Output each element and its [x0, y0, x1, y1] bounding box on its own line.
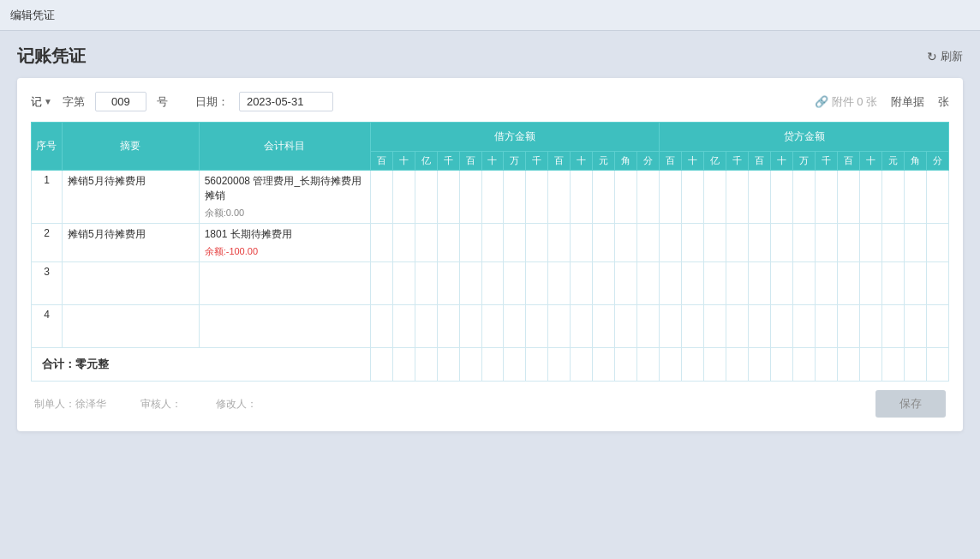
- credit-cell[interactable]: [704, 224, 726, 262]
- debit-cell[interactable]: [526, 305, 548, 348]
- debit-cell[interactable]: [593, 224, 615, 262]
- debit-cell[interactable]: [526, 262, 548, 305]
- debit-cell[interactable]: [504, 171, 526, 224]
- credit-cell[interactable]: [838, 171, 860, 224]
- row-abstract[interactable]: [62, 305, 199, 348]
- debit-cell[interactable]: [593, 305, 615, 348]
- debit-cell[interactable]: [481, 171, 504, 224]
- credit-cell[interactable]: [749, 262, 771, 305]
- credit-cell[interactable]: [771, 224, 793, 262]
- debit-cell[interactable]: [481, 224, 504, 262]
- debit-cell[interactable]: [392, 224, 415, 262]
- row-abstract[interactable]: 摊销5月待摊费用: [62, 171, 199, 224]
- credit-cell[interactable]: [859, 305, 881, 348]
- credit-cell[interactable]: [749, 224, 771, 262]
- debit-cell[interactable]: [459, 224, 481, 262]
- row-abstract[interactable]: 摊销5月待摊费用: [62, 224, 199, 262]
- debit-cell[interactable]: [459, 171, 481, 224]
- debit-cell[interactable]: [437, 171, 459, 224]
- debit-cell[interactable]: [370, 171, 392, 224]
- credit-cell[interactable]: [749, 305, 771, 348]
- ji-selector[interactable]: 记 ▼: [31, 94, 52, 110]
- credit-cell[interactable]: [816, 262, 838, 305]
- credit-cell[interactable]: [793, 262, 816, 305]
- row-abstract[interactable]: [62, 262, 199, 305]
- credit-cell[interactable]: [726, 171, 749, 224]
- credit-cell[interactable]: [904, 171, 926, 224]
- credit-cell[interactable]: [926, 305, 948, 348]
- debit-cell[interactable]: [615, 171, 637, 224]
- credit-cell[interactable]: [726, 305, 749, 348]
- credit-cell[interactable]: [793, 171, 816, 224]
- credit-cell[interactable]: [859, 262, 881, 305]
- credit-cell[interactable]: [660, 171, 682, 224]
- credit-cell[interactable]: [726, 224, 749, 262]
- row-account[interactable]: [199, 262, 370, 305]
- credit-cell[interactable]: [793, 224, 816, 262]
- debit-cell[interactable]: [593, 262, 615, 305]
- debit-cell[interactable]: [481, 305, 504, 348]
- credit-cell[interactable]: [904, 224, 926, 262]
- credit-cell[interactable]: [660, 305, 682, 348]
- debit-cell[interactable]: [392, 171, 415, 224]
- debit-cell[interactable]: [571, 224, 593, 262]
- debit-cell[interactable]: [526, 171, 548, 224]
- refresh-button[interactable]: ↻ 刷新: [927, 49, 963, 64]
- credit-cell[interactable]: [838, 305, 860, 348]
- credit-cell[interactable]: [926, 224, 948, 262]
- debit-cell[interactable]: [504, 224, 526, 262]
- debit-cell[interactable]: [481, 262, 504, 305]
- debit-cell[interactable]: [415, 305, 437, 348]
- debit-cell[interactable]: [548, 305, 571, 348]
- save-button[interactable]: 保存: [875, 390, 946, 418]
- single-doc-button[interactable]: 附单据: [891, 94, 924, 110]
- credit-cell[interactable]: [816, 171, 838, 224]
- credit-cell[interactable]: [682, 262, 704, 305]
- debit-cell[interactable]: [571, 171, 593, 224]
- credit-cell[interactable]: [749, 171, 771, 224]
- credit-cell[interactable]: [771, 262, 793, 305]
- row-account[interactable]: 56020008 管理费用_长期待摊费用摊销余额:0.00: [199, 171, 370, 224]
- credit-cell[interactable]: [859, 224, 881, 262]
- debit-cell[interactable]: [548, 171, 571, 224]
- credit-cell[interactable]: [704, 305, 726, 348]
- credit-cell[interactable]: [926, 171, 948, 224]
- credit-cell[interactable]: [904, 305, 926, 348]
- credit-cell[interactable]: [682, 171, 704, 224]
- credit-cell[interactable]: [660, 224, 682, 262]
- credit-cell[interactable]: [704, 171, 726, 224]
- credit-cell[interactable]: [771, 171, 793, 224]
- credit-cell[interactable]: [816, 305, 838, 348]
- row-account[interactable]: [199, 305, 370, 348]
- debit-cell[interactable]: [593, 171, 615, 224]
- debit-cell[interactable]: [392, 262, 415, 305]
- credit-cell[interactable]: [838, 262, 860, 305]
- debit-cell[interactable]: [437, 262, 459, 305]
- debit-cell[interactable]: [615, 262, 637, 305]
- credit-cell[interactable]: [816, 224, 838, 262]
- date-input[interactable]: [239, 92, 333, 111]
- debit-cell[interactable]: [370, 262, 392, 305]
- debit-cell[interactable]: [437, 224, 459, 262]
- credit-cell[interactable]: [704, 262, 726, 305]
- debit-cell[interactable]: [548, 262, 571, 305]
- credit-cell[interactable]: [771, 305, 793, 348]
- credit-cell[interactable]: [881, 224, 904, 262]
- debit-cell[interactable]: [637, 224, 660, 262]
- debit-cell[interactable]: [637, 171, 660, 224]
- debit-cell[interactable]: [637, 262, 660, 305]
- credit-cell[interactable]: [859, 171, 881, 224]
- debit-cell[interactable]: [392, 305, 415, 348]
- credit-cell[interactable]: [838, 224, 860, 262]
- credit-cell[interactable]: [881, 262, 904, 305]
- debit-cell[interactable]: [637, 305, 660, 348]
- attachment-button[interactable]: 🔗 附件 0 张: [815, 94, 877, 110]
- debit-cell[interactable]: [415, 262, 437, 305]
- credit-cell[interactable]: [682, 224, 704, 262]
- debit-cell[interactable]: [504, 305, 526, 348]
- debit-cell[interactable]: [504, 262, 526, 305]
- debit-cell[interactable]: [459, 262, 481, 305]
- credit-cell[interactable]: [793, 305, 816, 348]
- credit-cell[interactable]: [904, 262, 926, 305]
- voucher-number-input[interactable]: [95, 92, 146, 111]
